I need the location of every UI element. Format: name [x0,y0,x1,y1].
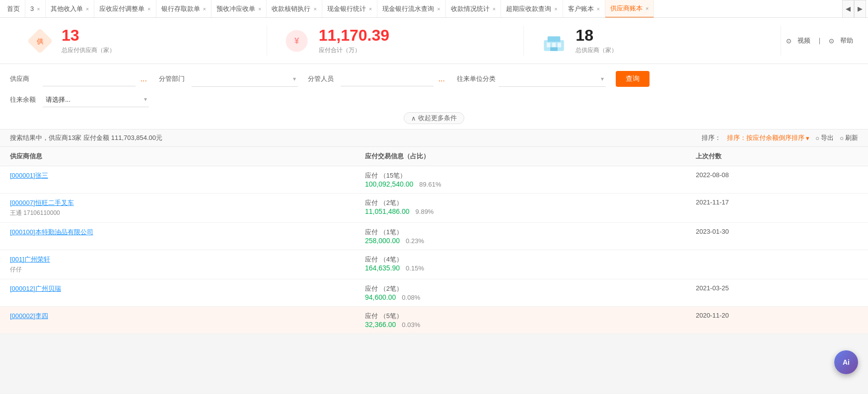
close-tab-cash-flow[interactable]: × [437,6,440,12]
svg-rect-6 [547,43,550,47]
amount-value: 32,366.00 [365,321,396,328]
tx-amount-row: 258,000.000.23% [365,237,676,245]
supplier-link[interactable]: [000100]本特勤油品有限公司 [10,228,93,236]
close-tab-adjust[interactable]: × [147,6,150,12]
payable-suppliers-number: 13 [62,27,115,44]
close-tab-overdue[interactable]: × [554,6,557,12]
last-pay-date-cell [686,250,868,279]
last-pay-date-cell: 2023-01-30 [686,223,868,250]
payable-suppliers-icon: 供 [25,26,55,56]
tx-info-cell: 应付 （5笔）32,366.000.03% [355,307,686,334]
summary-card-total-suppliers: 18 总供应商（家） [524,26,781,56]
refresh-btn[interactable]: ○ 刷新 [840,133,858,142]
sort-label: 排序： [702,133,721,142]
col-header-tx: 应付交易信息（占比） [355,147,686,166]
divider: ｜ [816,36,823,45]
tx-amount-row: 94,600.000.08% [365,293,676,301]
svg-rect-9 [550,47,558,51]
supplier-info-cell: [000002]李四 [0,307,355,334]
nav-tab-other-income[interactable]: 其他收入单 × [46,0,94,18]
filter-supplier: 供应商 ... [10,71,149,86]
table-wrap: 供应商信息 应付交易信息（占比） 上次付数 [000001]张三应付 （15笔）… [0,147,868,334]
filter-dept: 分管部门 ▾ [159,71,298,87]
svg-text:供: 供 [36,38,44,45]
tx-amount-row: 164,635.900.15% [365,264,676,272]
tx-amount-row: 100,092,540.0089.61% [365,180,676,188]
close-tab-other-income[interactable]: × [86,6,89,12]
nav-tab-bank[interactable]: 银行存取款单 × [156,0,212,18]
balance-label: 往来余额 [10,95,40,104]
supplier-dots-btn[interactable]: ... [139,74,149,83]
result-actions: 排序： 排序：按应付余额倒序排序 ▾ ○ 导出 ○ 刷新 [702,133,858,142]
summary-bar: 供 13 总应付供应商（家） ¥ 11,170.39 应付合计（万） [0,18,868,64]
close-tab-prepay[interactable]: × [258,6,261,12]
close-tab-customer-ledger[interactable]: × [597,6,600,12]
summary-card-total-payable: ¥ 11,170.39 应付合计（万） [267,26,524,56]
nav-tab-prepay[interactable]: 预收冲应收单 × [212,0,267,18]
filter-person: 分管人员 ... [308,71,447,86]
last-pay-date-cell: 2021-11-17 [686,194,868,223]
help-icon: ⊙ [829,37,834,45]
tx-label: 应付 （1笔） [365,228,676,237]
last-pay-date-cell: 2021-03-25 [686,279,868,307]
nav-tab-cash-flow[interactable]: 现金银行流水查询 × [377,0,445,18]
nav-prev-arrow[interactable]: ◀ [842,0,854,18]
balance-select[interactable]: 请选择... [43,92,149,107]
tx-info-cell: 应付 （15笔）100,092,540.0089.61% [355,166,686,194]
close-tab-3[interactable]: × [37,6,40,12]
dept-select-wrap: ▾ [192,71,298,87]
filter-balance: 往来余额 请选择... ▾ [10,92,149,107]
nav-tab-3[interactable]: 3 × [25,0,46,18]
close-tab-supplier-ledger[interactable]: × [646,5,649,11]
supplier-link[interactable]: [000012]广州贝瑞 [10,285,61,292]
payable-suppliers-label: 总应付供应商（家） [62,46,115,55]
result-info: 搜索结果中，供应商13家 应付金额 111,703,854.00元 [10,133,162,142]
close-tab-receipt-stat[interactable]: × [493,6,496,12]
result-bar: 搜索结果中，供应商13家 应付金额 111,703,854.00元 排序： 排序… [0,130,868,147]
tx-info-cell: 应付 （2笔）11,051,486.009.89% [355,194,686,223]
nav-tab-customer-ledger[interactable]: 客户账本 × [563,0,605,18]
collapse-label: 收起更多条件 [418,114,457,123]
supplier-link[interactable]: [000001]张三 [10,172,48,179]
svg-rect-8 [558,43,561,47]
nav-tab-collect[interactable]: 收款核销执行 × [267,0,322,18]
supplier-input[interactable] [43,71,136,86]
supplier-link[interactable]: [000007]恒旺二手叉车 [10,199,74,206]
nav-tab-receipt-stat[interactable]: 收款情况统计 × [446,0,501,18]
category-select[interactable] [499,71,606,86]
amount-value: 100,092,540.00 [365,180,413,188]
nav-tab-overdue[interactable]: 超期应收款查询 × [501,0,563,18]
category-select-wrap: ▾ [499,71,606,87]
tx-label: 应付 （2笔） [365,284,676,293]
nav-next-arrow[interactable]: ▶ [854,0,866,18]
nav-tab-home[interactable]: 首页 [2,0,25,18]
query-button[interactable]: 查询 [616,71,650,87]
dept-select[interactable] [192,71,298,86]
nav-tab-adjust[interactable]: 应收应付调整单 × [94,0,156,18]
nav-tab-supplier-ledger[interactable]: 供应商账本 × [605,0,654,18]
person-input[interactable] [341,71,434,86]
sort-select[interactable]: 排序：按应付余额倒序排序 ▾ [727,133,809,142]
supplier-link[interactable]: [001]广州荣轩 [10,256,50,263]
help-link[interactable]: 帮助 [840,36,853,45]
supplier-sub-info: 仔仔 [10,265,345,274]
close-tab-cash-stat[interactable]: × [369,6,372,12]
nav-tab-cash-stat[interactable]: 现金银行统计 × [322,0,377,18]
percent-value: 0.23% [406,237,424,245]
collapse-button[interactable]: ∧ 收起更多条件 [404,112,464,124]
supplier-link[interactable]: [000002]李四 [10,312,48,320]
person-dots-btn[interactable]: ... [436,74,447,83]
total-suppliers-icon [539,26,569,56]
dept-label: 分管部门 [159,74,189,83]
video-link[interactable]: 视频 [797,36,810,45]
close-tab-collect[interactable]: × [313,6,316,12]
supplier-info-cell: [000007]恒旺二手叉车王通 17106110000 [0,194,355,223]
close-tab-bank[interactable]: × [203,6,206,12]
export-btn[interactable]: ○ 导出 [815,133,834,142]
amount-value: 258,000.00 [365,237,400,245]
supplier-info-cell: [000012]广州贝瑞 [0,279,355,307]
balance-select-wrap: 请选择... ▾ [43,92,149,107]
tx-info-cell: 应付 （2笔）94,600.000.08% [355,279,686,307]
collapse-icon: ∧ [411,115,416,122]
svg-text:¥: ¥ [294,36,299,45]
